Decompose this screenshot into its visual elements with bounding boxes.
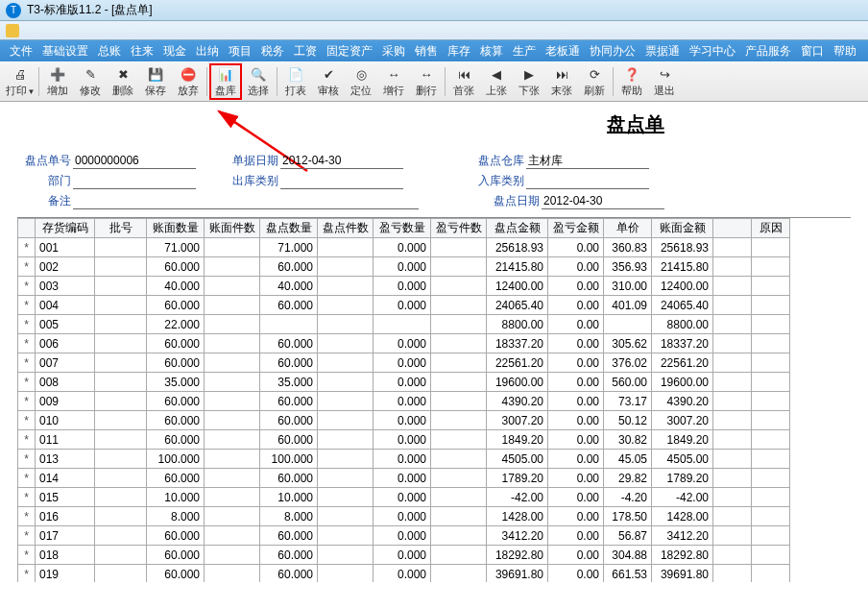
col-header[interactable]: 原因 — [752, 219, 790, 238]
col-header[interactable]: 盘点金额 — [487, 219, 548, 238]
tbtn-末张[interactable]: ⏭末张 — [545, 63, 578, 100]
intype-label: 入库类别 — [470, 173, 524, 189]
dept-input[interactable] — [73, 174, 196, 189]
intype-input[interactable] — [526, 174, 649, 189]
打表-icon: 📄 — [287, 65, 304, 83]
menu-销售[interactable]: 销售 — [415, 43, 438, 60]
col-header[interactable]: 存货编码 — [36, 219, 95, 238]
table-row[interactable]: *01510.00010.0000.000-42.000.00-4.20-42.… — [18, 488, 790, 507]
table-row[interactable]: *01860.00060.0000.00018292.800.00304.881… — [18, 546, 790, 565]
table-row[interactable]: *01060.00060.0000.0003007.200.0050.12300… — [18, 411, 790, 430]
menu-生产[interactable]: 生产 — [513, 43, 536, 60]
tbtn-盘库[interactable]: 📊盘库 — [209, 63, 242, 100]
table-row[interactable]: *013100.000100.0000.0004505.000.0045.054… — [18, 450, 790, 469]
col-header[interactable] — [713, 219, 752, 238]
table-row[interactable]: *01160.00060.0000.0001849.200.0030.82184… — [18, 430, 790, 450]
table-row[interactable]: *00760.00060.0000.00022561.200.00376.022… — [18, 353, 790, 373]
menu-项目[interactable]: 项目 — [229, 43, 252, 60]
tbtn-下张[interactable]: ▶下张 — [513, 63, 545, 100]
col-header[interactable]: 单价 — [604, 219, 652, 238]
tbtn-修改[interactable]: ✎修改 — [74, 63, 107, 100]
tbtn-定位[interactable]: ◎定位 — [345, 63, 377, 100]
修改-icon: ✎ — [82, 65, 99, 83]
menu-帮助[interactable]: 帮助 — [833, 43, 856, 60]
menu-库存[interactable]: 库存 — [447, 43, 470, 60]
tbtn-退出[interactable]: ↪退出 — [648, 63, 681, 100]
table-row[interactable]: *00460.00060.0000.00024065.400.00401.092… — [18, 296, 790, 315]
titlebar: T T3-标准版11.2 - [盘点单] — [0, 0, 868, 21]
tbtn-增行[interactable]: ↔增行 — [377, 63, 410, 100]
menu-学习中心[interactable]: 学习中心 — [689, 43, 735, 60]
menu-现金[interactable]: 现金 — [163, 43, 186, 60]
col-header[interactable]: 批号 — [95, 219, 147, 238]
tbtn-刷新[interactable]: ⟳刷新 — [578, 63, 611, 100]
menu-总账[interactable]: 总账 — [98, 43, 121, 60]
menu-票据通[interactable]: 票据通 — [645, 43, 680, 60]
menu-固定资产[interactable]: 固定资产 — [326, 43, 373, 60]
menu-窗口[interactable]: 窗口 — [801, 43, 824, 60]
tbtn-首张[interactable]: ⏮首张 — [447, 63, 480, 100]
table-row[interactable]: *01760.00060.0000.0003412.200.0056.87341… — [18, 526, 790, 546]
menu-往来[interactable]: 往来 — [131, 43, 154, 60]
col-header[interactable]: 盘点数量 — [260, 219, 318, 238]
table-row[interactable]: *00260.00060.0000.00021415.800.00356.932… — [18, 257, 790, 277]
menu-基础设置[interactable]: 基础设置 — [42, 43, 88, 60]
tbtn-审核[interactable]: ✔审核 — [312, 63, 345, 100]
tbtn-上张[interactable]: ◀上张 — [480, 63, 513, 100]
menu-工资[interactable]: 工资 — [294, 43, 317, 60]
col-header[interactable] — [18, 219, 36, 238]
menu-核算[interactable]: 核算 — [480, 43, 503, 60]
menu-出纳[interactable]: 出纳 — [196, 43, 219, 60]
col-header[interactable]: 盘点件数 — [318, 219, 374, 238]
tbtn-帮助[interactable]: ❓帮助 — [615, 63, 648, 100]
table-row[interactable]: *00171.00071.0000.00025618.930.00360.832… — [18, 238, 790, 257]
countdate-input[interactable] — [542, 194, 664, 209]
删行-icon: ↔ — [418, 65, 435, 83]
menu-税务[interactable]: 税务 — [261, 43, 284, 60]
table-row[interactable]: *00660.00060.0000.00018337.200.00305.621… — [18, 334, 790, 353]
tbtn-增加[interactable]: ➕增加 — [41, 63, 74, 100]
menu-产品服务[interactable]: 产品服务 — [745, 43, 791, 60]
审核-icon: ✔ — [320, 65, 337, 83]
table-row[interactable]: *00522.0008800.000.008800.00 — [18, 315, 790, 334]
table-row[interactable]: *00960.00060.0000.0004390.200.0073.17439… — [18, 392, 790, 411]
outtype-label: 出库类别 — [225, 173, 278, 189]
tbtn-删行[interactable]: ↔删行 — [410, 63, 443, 100]
warehouse-input[interactable] — [526, 154, 649, 169]
billdate-input[interactable] — [280, 154, 403, 169]
table-wrap[interactable]: 存货编码批号账面数量账面件数盘点数量盘点件数盈亏数量盈亏件数盘点金额盈亏金额单价… — [17, 217, 851, 582]
col-header[interactable]: 盈亏件数 — [431, 219, 487, 238]
tbtn-选择[interactable]: 🔍选择 — [242, 63, 275, 100]
增加-icon: ➕ — [49, 65, 66, 83]
table-row[interactable]: *00835.00035.0000.00019600.000.00560.001… — [18, 373, 790, 392]
tbtn-删除[interactable]: ✖删除 — [107, 63, 139, 100]
countdate-label: 盘点日期 — [486, 193, 540, 209]
table-row[interactable]: *0168.0008.0000.0001428.000.00178.501428… — [18, 507, 790, 526]
content-area: 盘点单 盘点单号 单据日期 盘点仓库 部门 出库类别 入库类别 备注 盘点日期 … — [0, 102, 868, 582]
menu-老板通[interactable]: 老板通 — [545, 43, 580, 60]
tbtn-放弃[interactable]: ⛔放弃 — [172, 63, 205, 100]
tbtn-打印[interactable]: 🖨打印▼ — [4, 63, 36, 100]
col-header[interactable]: 盈亏数量 — [374, 219, 431, 238]
table-row[interactable]: *00340.00040.0000.00012400.000.00310.001… — [18, 277, 790, 296]
col-header[interactable]: 账面数量 — [147, 219, 205, 238]
col-header[interactable]: 盈亏金额 — [548, 219, 604, 238]
doc-icon — [6, 24, 19, 37]
header-row: 存货编码批号账面数量账面件数盘点数量盘点件数盈亏数量盈亏件数盘点金额盈亏金额单价… — [18, 219, 790, 238]
tbtn-打表[interactable]: 📄打表 — [279, 63, 312, 100]
menu-文件[interactable]: 文件 — [10, 43, 33, 60]
table-row[interactable]: *01460.00060.0000.0001789.200.0029.82178… — [18, 469, 790, 488]
col-header[interactable]: 账面件数 — [205, 219, 260, 238]
menu-协同办公[interactable]: 协同办公 — [590, 43, 636, 60]
outtype-input[interactable] — [280, 174, 403, 189]
tbtn-保存[interactable]: 💾保存 — [139, 63, 172, 100]
table-row[interactable]: *01960.00060.0000.00039691.800.00661.533… — [18, 565, 790, 583]
billdate-label: 单据日期 — [225, 153, 278, 169]
上张-icon: ◀ — [488, 65, 505, 83]
menu-采购[interactable]: 采购 — [382, 43, 405, 60]
col-header[interactable]: 账面金额 — [652, 219, 713, 238]
docno-input[interactable] — [73, 154, 196, 169]
盘库-icon: 📊 — [217, 65, 234, 83]
remark-input[interactable] — [73, 194, 419, 209]
remark-label: 备注 — [17, 193, 71, 209]
